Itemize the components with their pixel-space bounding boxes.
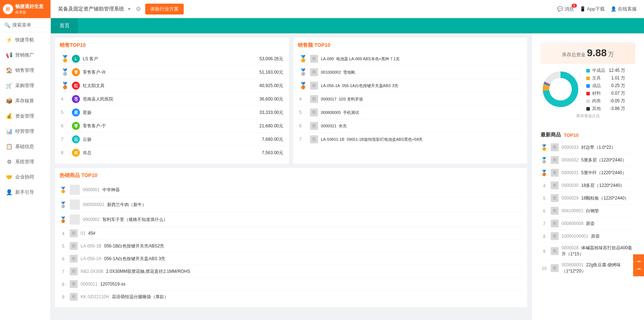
newbie-icon: 👤 [6,189,12,196]
rank-cell: 4 [298,93,309,106]
topbar: 装备及固定资产辅助管理系统 ▼ ⚙ 体验行业方案 💬 消息 6 📱 App下载 … [51,0,644,18]
logo-icon: 好 [3,4,13,14]
tab-home[interactable]: 首页 [51,18,79,33]
rank-badge: 🏅 [60,186,67,193]
product-name: 000800005 手机测试 [319,106,523,119]
new-products-header: 最新商品 TOP10 [541,132,635,138]
sidebar-item-newbie[interactable]: 👤 新手引导 [0,185,50,200]
product-name: 5厘多层（1220*2440） [581,157,627,163]
sidebar-item-sales[interactable]: 🏠 销售管理 [0,63,50,78]
customer-name: 零售客户-许 [81,66,195,79]
rank-cell: 🥈 [60,66,70,79]
hot-product-item: 9 图 KK-SD22110H 花语萌恒温分腿睡袋（厚款） [60,291,523,303]
rank-cell: 🥉 [60,79,70,93]
product-name: 45# [88,231,95,236]
search-icon: 🔍 [4,22,10,28]
product-info: 0000031 5厘中纤（1220*2440） [562,170,635,176]
product-info: 003800001 22g鱼豆腐-烧烤味（1*12*20） [562,262,635,274]
legend-item: 文具 1.01 万 [586,75,625,81]
sidebar-item-inventory[interactable]: 📦 库存核算 [0,93,50,108]
sidebar-item-system[interactable]: ⚙ 系统管理 [0,154,50,169]
float-btn-support[interactable]: 客服热线 [633,254,644,262]
customer-amount: 51,183.00元 [195,66,285,79]
legend-item: 半成品 12.45 万 [586,67,625,74]
product-thumb: 图 [551,232,559,240]
customer-top10-table: 🏅 L LS 客户 53,006.26元 🥈 零 零售客户-许 51,183.0… [60,52,285,159]
new-products-list: 🏅 图 0000033 封边带（1.0*22） 🥈 图 0000032 5厘多层… [541,141,635,276]
rank-badge: 6 [541,208,548,214]
new-product-item: 6 图 004100001 白钢垫 [541,205,635,217]
new-products-card: 最新商品 TOP10 🏅 图 0000033 封边带（1.0*22） 🥈 图 0… [536,127,640,281]
rank-badge: 4 [541,183,548,188]
rank-badge: 4 [60,231,67,236]
float-btn-community[interactable]: 服务社区 [633,262,644,270]
product-name: 智利车子里（规格不知道填什么） [102,217,168,222]
product-name: 中华神器 [102,187,120,192]
marketing-icon: 📢 [6,52,12,58]
new-product-item: 🥈 图 0000032 5厘多层（1220*2440） [541,154,635,167]
sidebar-item-finance[interactable]: 💰 资金管理 [0,108,50,124]
donut-chart [541,69,580,110]
product-info: 0000028 体碱荔枝味苏打饮品400毫升（1*15） [562,245,635,257]
product-thumb: 图 [70,255,78,263]
trial-button[interactable]: 体验行业方案 [145,4,184,15]
rank-num: 10 [542,266,546,271]
legend-value: -3.86 万 [610,106,625,112]
middle-col: 销售TOP10 🏅 L LS 客户 53,006.26元 🥈 零 零售客户-许 … [51,33,531,320]
rank-cell: 🥉 [298,79,309,93]
rank-num: 5 [62,244,65,249]
settings-icon[interactable]: ⚙ [136,5,141,12]
customer-amount: 36,600.00元 [195,93,285,106]
finance-icon: 💰 [6,113,12,119]
rank-num: 8 [62,282,65,287]
product-info: 000500001 新西兰牛肉（新牛） [83,202,523,208]
sidebar-item-quicknav[interactable]: ⚡ 快捷导航 [0,32,50,48]
legend-dot [586,92,590,95]
rank-badge: 🥈 [541,157,548,164]
rank-cell: 🏅 [298,52,309,66]
content-area: 销售TOP10 🏅 L LS 客户 53,006.26元 🥈 零 零售客户-许 … [51,33,644,320]
sidebar-item-purchase[interactable]: 🛒 采购管理 [0,78,50,93]
inventory-icon: 📦 [6,98,12,104]
rank-num: 7 [62,269,65,274]
hot-products-card: 热销商品 TOP10 🏅 0000001 中华神器 🥈 000500001 新西… [55,168,527,307]
sidebar-item-basic[interactable]: 📋 基础信息 [0,139,50,154]
product-code: 0000031 [562,170,579,175]
app-download-button[interactable]: 📱 App下载 [580,6,605,12]
product-name: 0000017 10S 变料罗孩 [319,93,523,106]
customer-name: 肖总 [81,146,195,160]
product-code: 0000032 [562,157,579,163]
product-code: LA-056-1A [81,256,101,261]
avatar-cell: 红 [70,79,81,93]
rank-cell: 5 [60,106,70,119]
search-menu-item[interactable]: 🔍 搜索菜单 [0,18,50,32]
sidebar-item-collab[interactable]: 🤝 企业协同 [0,169,50,185]
logo-text: 畅捷通好生意 标准版 [15,4,44,15]
rank-1-icon: 🏅 [60,187,67,193]
product-thumb: 图 [70,267,78,275]
product-thumb: 图 [551,247,559,255]
message-button[interactable]: 💬 消息 6 [557,6,574,12]
rank-badge: 🥈 [60,201,67,208]
online-support-button[interactable]: 👤 在线客服 [611,6,637,12]
system-icon: ⚙ [6,159,12,165]
sidebar-logo: 好 畅捷通好生意 标准版 [0,0,50,18]
customer-name: 星扬 [81,106,195,119]
product-info: 000800008 原壶 [562,221,635,227]
product-name: 0000021 夹壳 [319,119,523,133]
avatar-cell: 肖 [70,146,81,160]
topbar-right: 💬 消息 6 📱 App下载 👤 在线客服 [557,6,637,12]
rank-badge: 10 [541,266,548,271]
new-product-item: 🥉 图 0000031 5厘中纤（1220*2440） [541,167,635,179]
product-code: NB2.0X30B [81,269,103,274]
product-name: LA-056-1A 056-1A白色按键开关盖ABS 3壳 [319,79,523,93]
rank-cell: 4 [60,93,70,106]
sidebar-item-marketing[interactable]: 📢 营销推广 [0,48,50,63]
legend-item: 材料 0.07 万 [586,90,625,97]
product-image [70,214,80,225]
sidebar-item-management[interactable]: 📊 经营管理 [0,124,50,139]
legend-dot [586,84,590,88]
product-name: 5厘中纤（1220*2440） [581,170,627,175]
customer-amount: 7,680.00元 [195,133,285,146]
float-btn-live[interactable]: 直播 [633,270,644,276]
